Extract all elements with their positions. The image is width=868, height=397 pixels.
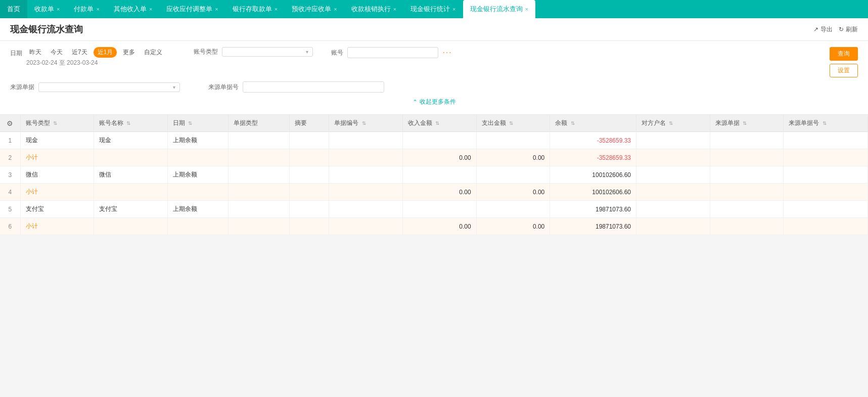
table-row: 5支付宝支付宝上期余额19871073.60 xyxy=(0,201,868,218)
nav-tab-shoukuan[interactable]: 收款单 × xyxy=(27,0,67,18)
cell-income xyxy=(403,201,477,218)
sort-source-doc-icon: ⇅ xyxy=(743,120,747,126)
cell-source-doc-no xyxy=(784,149,868,166)
nav-tab-tiaozheng[interactable]: 应收应付调整单 × xyxy=(159,0,225,18)
cell-source-doc xyxy=(710,166,784,184)
col-account-type[interactable]: 账号类型 ⇅ xyxy=(20,115,94,132)
cell-date: 上期余额 xyxy=(167,166,229,184)
cell-doc-type xyxy=(229,149,290,166)
cell-summary xyxy=(289,149,329,166)
account-dots-button[interactable]: ··· xyxy=(442,48,452,57)
nav-home[interactable]: 首页 xyxy=(0,0,27,18)
col-doc-no[interactable]: 单据编号 ⇅ xyxy=(329,115,403,132)
header-actions: ↗ 导出 ↻ 刷新 xyxy=(813,25,858,34)
table-row: 1现金现金上期余额-3528659.33 xyxy=(0,132,868,149)
close-tab-liushui[interactable]: × xyxy=(525,6,528,12)
cell-account-type: 小计 xyxy=(20,149,94,166)
nav-tab-liushui[interactable]: 现金银行流水查询 × xyxy=(463,0,535,18)
cell-balance: -3528659.33 xyxy=(550,132,636,149)
account-type-chevron-icon: ▾ xyxy=(306,49,308,55)
col-source-doc[interactable]: 来源单据 ⇅ xyxy=(710,115,784,132)
cell-counterparty xyxy=(636,218,710,235)
yesterday-btn[interactable]: 昨天 xyxy=(26,47,44,58)
cell-source-doc-no xyxy=(784,184,868,201)
table-container: ⚙ 账号类型 ⇅ 账号名称 ⇅ 日期 ⇅ 单据类型 摘要 xyxy=(0,115,868,235)
account-input[interactable] xyxy=(347,47,438,58)
nav-tab-qitashoru[interactable]: 其他收入单 × xyxy=(107,0,159,18)
close-tab-tiaozheng[interactable]: × xyxy=(215,6,218,12)
last7days-btn[interactable]: 近7天 xyxy=(69,47,90,58)
query-button[interactable]: 查询 xyxy=(830,47,858,61)
source-doc-no-input[interactable] xyxy=(243,81,384,93)
cell-counterparty xyxy=(636,184,710,201)
nav-tab-fukuan[interactable]: 付款单 × xyxy=(67,0,106,18)
data-table: ⚙ 账号类型 ⇅ 账号名称 ⇅ 日期 ⇅ 单据类型 摘要 xyxy=(0,115,868,235)
cell-doc-type xyxy=(229,166,290,184)
collapse-filters-bar[interactable]: ⌃ 收起更多条件 xyxy=(10,96,858,108)
table-settings-icon[interactable]: ⚙ xyxy=(7,119,13,127)
col-settings[interactable]: ⚙ xyxy=(0,115,20,132)
cell-source-doc xyxy=(710,132,784,149)
more-date-btn[interactable]: 更多 xyxy=(120,47,138,58)
col-account-name[interactable]: 账号名称 ⇅ xyxy=(94,115,168,132)
source-doc-select[interactable]: ▾ xyxy=(38,82,180,92)
cell-no: 5 xyxy=(0,201,20,218)
cell-balance: 100102606.60 xyxy=(550,184,636,201)
nav-tab-hexiao[interactable]: 收款核销执行 × xyxy=(344,0,403,18)
page-header: 现金银行流水查询 ↗ 导出 ↻ 刷新 xyxy=(0,18,868,41)
date-filter-label: 日期 xyxy=(10,47,22,59)
col-income[interactable]: 收入金额 ⇅ xyxy=(403,115,477,132)
cell-income: 0.00 xyxy=(403,184,477,201)
today-btn[interactable]: 今天 xyxy=(48,47,66,58)
cell-summary xyxy=(289,218,329,235)
cell-balance: 19871073.60 xyxy=(550,201,636,218)
date-quick-buttons: 昨天 今天 近7天 近1月 更多 自定义 xyxy=(26,47,165,58)
table-row: 2小计0.000.00-3528659.33 xyxy=(0,149,868,166)
close-tab-qitashoru[interactable]: × xyxy=(149,6,152,12)
date-range-display: 2023-02-24 至 2023-03-24 xyxy=(26,59,165,67)
cell-doc-type xyxy=(229,218,290,235)
refresh-button[interactable]: ↻ 刷新 xyxy=(839,25,858,34)
cell-no: 4 xyxy=(0,184,20,201)
close-tab-fukuan[interactable]: × xyxy=(96,6,99,12)
account-type-select[interactable]: ▾ xyxy=(222,47,313,57)
custom-date-btn[interactable]: 自定义 xyxy=(141,47,165,58)
cell-no: 1 xyxy=(0,132,20,149)
nav-tab-yushou[interactable]: 预收冲应收单 × xyxy=(285,0,344,18)
cell-account-type: 现金 xyxy=(20,132,94,149)
cell-account-name xyxy=(94,218,168,235)
cell-income xyxy=(403,166,477,184)
nav-tab-tongji[interactable]: 现金银行统计 × xyxy=(403,0,463,18)
cell-date: 上期余额 xyxy=(167,132,229,149)
cell-source-doc xyxy=(710,149,784,166)
cell-income: 0.00 xyxy=(403,218,477,235)
col-balance[interactable]: 余额 ⇅ xyxy=(550,115,636,132)
close-tab-hexiao[interactable]: × xyxy=(393,6,396,12)
table-row: 6小计0.000.0019871073.60 xyxy=(0,218,868,235)
cell-balance: -3528659.33 xyxy=(550,149,636,166)
cell-summary xyxy=(289,166,329,184)
cell-date xyxy=(167,184,229,201)
source-doc-label: 来源单据 xyxy=(10,83,34,92)
col-counterparty[interactable]: 对方户名 ⇅ xyxy=(636,115,710,132)
cell-counterparty xyxy=(636,201,710,218)
source-doc-no-label: 来源单据号 xyxy=(208,83,239,92)
last1month-btn[interactable]: 近1月 xyxy=(94,47,117,58)
close-tab-cunqu[interactable]: × xyxy=(275,6,278,12)
close-tab-yushou[interactable]: × xyxy=(334,6,337,12)
cell-doc-no xyxy=(329,166,403,184)
nav-tab-cunqu[interactable]: 银行存取款单 × xyxy=(225,0,285,18)
col-source-doc-no[interactable]: 来源单据号 ⇅ xyxy=(784,115,868,132)
col-expense[interactable]: 支出金额 ⇅ xyxy=(476,115,550,132)
cell-balance: 19871073.60 xyxy=(550,218,636,235)
sort-expense-icon: ⇅ xyxy=(509,120,513,126)
cell-income xyxy=(403,132,477,149)
close-tab-shoukuan[interactable]: × xyxy=(57,6,60,12)
export-button[interactable]: ↗ 导出 xyxy=(813,25,833,34)
cell-doc-no xyxy=(329,149,403,166)
settings-button[interactable]: 设置 xyxy=(830,64,858,77)
close-tab-tongji[interactable]: × xyxy=(452,6,455,12)
cell-expense xyxy=(476,201,550,218)
col-date[interactable]: 日期 ⇅ xyxy=(167,115,229,132)
cell-balance: 100102606.60 xyxy=(550,166,636,184)
